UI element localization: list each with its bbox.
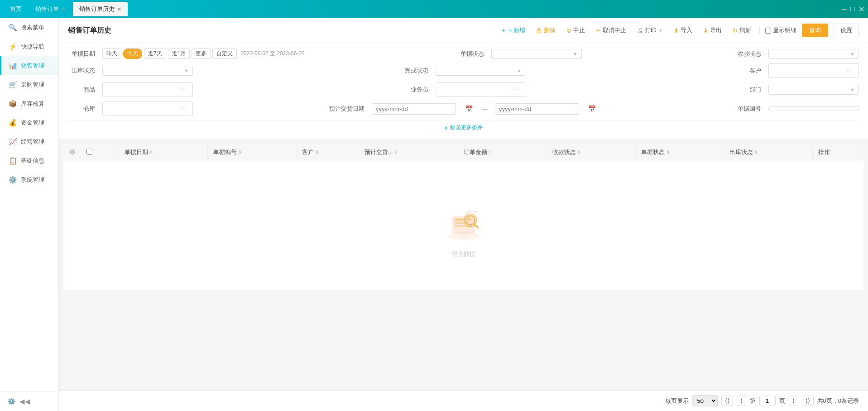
sort-payment-icon[interactable]: ⇅ — [577, 150, 581, 155]
delete-button[interactable]: 🗑 删除 — [533, 24, 558, 36]
sort-delivery-icon[interactable]: ⇅ — [394, 150, 398, 155]
select-all-checkbox[interactable] — [86, 149, 92, 155]
query-button[interactable]: 查询 — [802, 24, 828, 37]
import-icon: ⬆ — [674, 27, 679, 34]
tab-sales-order[interactable]: 销售订单 ✕ — [29, 2, 72, 16]
purchase-mgmt-icon: 🛒 — [9, 81, 17, 89]
table-settings-icon[interactable]: ⚙ — [69, 148, 75, 156]
th-bill-status: 单据状态 ⇅ — [635, 143, 724, 161]
print-button[interactable]: 🖨 打印 ▼ — [634, 24, 666, 36]
empty-state-text: 暂无数据 — [452, 250, 475, 258]
stop-label: 中止 — [573, 26, 585, 34]
bill-status-select[interactable]: ▼ — [491, 49, 582, 59]
print-chevron-icon: ▼ — [658, 28, 663, 33]
top-bar: 首页 销售订单 ✕ 销售订单历史 ✕ ─ □ ✕ — [0, 0, 868, 18]
sort-customer-icon[interactable]: ⇅ — [315, 150, 319, 155]
sidebar-item-basic-info[interactable]: 📋 基础信息 — [0, 151, 58, 170]
th-outbound-status: 出库状态 ⇅ — [724, 143, 813, 161]
goods-more-icon[interactable]: ··· — [177, 85, 189, 95]
date-filter-label: 单据日期 — [68, 50, 95, 58]
outbound-status-label: 出库状态 — [68, 67, 95, 75]
display-detail-check[interactable] — [765, 28, 771, 34]
outbound-status-select[interactable]: ▼ — [102, 66, 193, 76]
cancel-stop-button[interactable]: ↩ 取消中止 — [593, 24, 629, 36]
sidebar-item-capital[interactable]: 💰 资金管理 — [0, 113, 58, 132]
inventory-icon: 📦 — [9, 100, 17, 108]
delivery-date-end[interactable] — [495, 103, 579, 115]
tab-sales-order-close[interactable]: ✕ — [62, 6, 66, 12]
calendar-end-icon[interactable]: 📅 — [586, 105, 598, 112]
complete-status-select[interactable]: ▼ — [436, 66, 526, 76]
tab-sales-order-label: 销售订单 — [35, 5, 59, 13]
tab-sales-order-history-close[interactable]: ✕ — [117, 6, 121, 12]
payment-status-select[interactable]: ▼ — [768, 49, 859, 59]
settings-button[interactable]: 设置 — [834, 24, 859, 37]
sidebar-item-purchase-mgmt[interactable]: 🛒 采购管理 — [0, 75, 58, 94]
tab-home[interactable]: 首页 — [4, 2, 28, 16]
jump-label: 第 — [750, 397, 756, 405]
date-btn-yesterday[interactable]: 昨天 — [102, 48, 121, 59]
sidebar-item-operations[interactable]: 📈 经营管理 — [0, 132, 58, 151]
quick-nav-icon: ⚡ — [9, 43, 17, 51]
refresh-icon: ↻ — [733, 27, 738, 34]
page-label: 页 — [779, 397, 785, 405]
tab-sales-order-history[interactable]: 销售订单历史 ✕ — [73, 2, 128, 16]
sidebar-item-inventory[interactable]: 📦 库存核算 — [0, 94, 58, 113]
sidebar-item-search-menu-label: 搜索菜单 — [21, 24, 44, 32]
collapse-bar[interactable]: ∧ 收起更多条件 — [68, 121, 859, 133]
sidebar-item-system[interactable]: ⚙️ 系统管理 — [0, 170, 58, 189]
new-button[interactable]: ＋ + 新增 — [498, 24, 528, 36]
next-page-button[interactable]: ⟩ — [789, 396, 798, 406]
sidebar-item-capital-label: 资金管理 — [21, 119, 44, 127]
customer-more-icon[interactable]: ··· — [844, 66, 855, 76]
page-size-select[interactable]: 50 10 20 100 — [692, 395, 718, 406]
warehouse-more-icon[interactable]: ··· — [177, 104, 189, 114]
sort-number-icon[interactable]: ⇅ — [238, 150, 242, 155]
sidebar-item-purchase-mgmt-label: 采购管理 — [21, 81, 44, 89]
calendar-start-icon[interactable]: 📅 — [463, 105, 475, 112]
th-payment-status: 收款状态 ⇅ — [547, 143, 636, 161]
delivery-date-start[interactable] — [372, 103, 456, 115]
export-button[interactable]: ⬇ 导出 — [700, 24, 724, 36]
sidebar-item-search-menu[interactable]: 🔍 搜索菜单 — [0, 18, 58, 37]
minimize-icon[interactable]: ─ — [842, 5, 847, 13]
refresh-button[interactable]: ↻ 刷新 — [730, 24, 754, 36]
import-button[interactable]: ⬆ 导入 — [671, 24, 695, 36]
sort-date-icon[interactable]: ⇅ — [149, 150, 153, 155]
maximize-icon[interactable]: □ — [850, 5, 855, 13]
sidebar-bottom: ⚙️ ◀◀ — [0, 392, 58, 411]
date-btn-7days[interactable]: 近7天 — [144, 48, 166, 59]
salesperson-more-icon[interactable]: ··· — [510, 85, 522, 95]
th-amount: 订单金额 ⇅ — [458, 143, 547, 161]
sidebar-item-quick-nav[interactable]: ⚡ 快捷导航 — [0, 37, 58, 56]
date-btn-more[interactable]: 更多 — [192, 48, 211, 59]
content-area: 销售订单历史 ＋ + 新增 🗑 删除 ⊘ 中止 ↩ — [59, 18, 868, 411]
first-page-button[interactable]: ⟨⟨ — [721, 396, 733, 406]
sort-amount-icon[interactable]: ⇅ — [489, 150, 492, 155]
close-window-icon[interactable]: ✕ — [858, 5, 864, 14]
bill-number-input[interactable] — [768, 106, 859, 111]
svg-point-8 — [468, 218, 470, 220]
filter-area: 单据日期 昨天 今天 近7天 近1月 更多 自定义 2023-06-02 至 2… — [59, 43, 868, 139]
sidebar-item-sales-mgmt[interactable]: 📊 销售管理 — [0, 56, 58, 75]
date-btn-1month[interactable]: 近1月 — [168, 48, 190, 59]
stop-button[interactable]: ⊘ 中止 — [564, 24, 588, 36]
goods-label: 商品 — [68, 86, 95, 94]
sort-bill-icon[interactable]: ⇅ — [666, 150, 670, 155]
prev-page-button[interactable]: ⟨ — [737, 396, 746, 406]
th-checkbox-col — [81, 143, 119, 161]
sidebar-item-inventory-label: 库存核算 — [21, 100, 44, 108]
sidebar-collapse-icon[interactable]: ◀◀ — [19, 397, 30, 406]
page-number-input[interactable] — [759, 396, 776, 406]
table-container: ⚙ 单据日期 ⇅ 单据编号 — [59, 139, 868, 390]
display-detail-checkbox[interactable]: 显示明细 — [765, 26, 796, 34]
page-header: 销售订单历史 ＋ + 新增 🗑 删除 ⊘ 中止 ↩ — [59, 18, 868, 43]
date-btn-custom[interactable]: 自定义 — [212, 48, 237, 59]
th-number: 单据编号 ⇅ — [208, 143, 297, 161]
stop-icon: ⊘ — [566, 27, 571, 34]
sidebar-settings-icon[interactable]: ⚙️ — [7, 397, 16, 406]
dept-select[interactable]: ▼ — [768, 85, 859, 95]
sort-outbound-icon[interactable]: ⇅ — [754, 150, 758, 155]
date-btn-today[interactable]: 今天 — [123, 48, 142, 59]
last-page-button[interactable]: ⟩⟩ — [802, 396, 814, 406]
